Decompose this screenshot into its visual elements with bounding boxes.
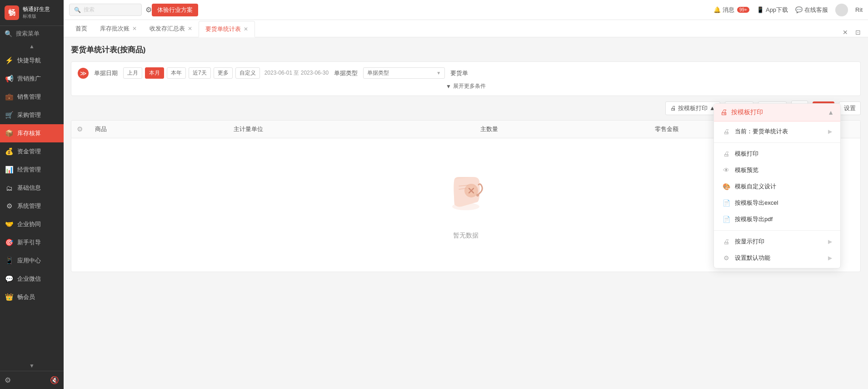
sidebar-item-system[interactable]: ⚙ 系统管理	[0, 197, 64, 215]
print-template-dropdown: 🖨 按模板打印 ▲ 🖨 当前：要货单统计表 ▶ 🖨 模板打印	[713, 103, 841, 268]
date-btn-current-month[interactable]: 本月	[145, 67, 164, 79]
tab-close-window-btn[interactable]: ✕	[841, 28, 850, 37]
page-content: 要货单统计表(按商品) ≫ 单据日期 上月 本月 本年 近7天 更多 自定义 2…	[64, 37, 868, 389]
empty-text: 暂无数据	[453, 232, 479, 240]
print-icon: 🖨	[670, 105, 676, 111]
sidebar-nav: ⚡ 快捷导航 📢 营销推广 💼 销售管理 🛒 采购管理 📦 库存核算 💰 资金管…	[0, 51, 64, 361]
dropdown-template-design[interactable]: 🎨 模板自定义设计	[714, 178, 840, 195]
sidebar-item-collab[interactable]: 🤝 企业协同	[0, 215, 64, 233]
filter-row: ≫ 单据日期 上月 本月 本年 近7天 更多 自定义 2023-06-01 至 …	[78, 67, 854, 79]
notifications-btn[interactable]: 🔔 消息 99+	[713, 6, 749, 14]
finance-icon: 💰	[5, 147, 14, 156]
marketing-icon: 📢	[5, 75, 14, 83]
dropdown-set-default[interactable]: ⚙ 设置默认功能 ▶	[714, 250, 840, 266]
current-template-icon: 🖨	[722, 128, 730, 135]
sidebar-item-sales[interactable]: 💼 销售管理	[0, 88, 64, 106]
dropdown-template-preview[interactable]: 👁 模板预览	[714, 162, 840, 178]
system-icon: ⚙	[5, 202, 14, 210]
tab-close-order-stats[interactable]: ✕	[244, 26, 248, 32]
header-search-box[interactable]: 🔍 搜索	[69, 4, 142, 16]
sidebar-item-wechat[interactable]: 💬 企业微信	[0, 270, 64, 288]
display-print-arrow-icon: ▶	[828, 238, 832, 245]
tab-order-stats[interactable]: 要货单统计表 ✕	[199, 21, 255, 37]
svg-point-5	[476, 194, 479, 197]
table-gear-icon[interactable]: ⚙	[77, 125, 83, 133]
sidebar-item-guide[interactable]: 🎯 新手引导	[0, 233, 64, 252]
basic-icon: 🗂	[5, 184, 14, 192]
mute-icon[interactable]: 🔇	[50, 376, 59, 384]
dropdown-current-template[interactable]: 🖨 当前：要货单统计表 ▶	[714, 123, 840, 140]
tab-close-receipt-summary[interactable]: ✕	[188, 25, 192, 32]
col-unit: 主计量单位	[228, 121, 475, 138]
header: 🔍 搜索 ⚙ 体验行业方案 🔔 消息 99+ 📱 App下载 💬 在线客服 Ri…	[64, 0, 868, 20]
export-excel-icon: 📄	[722, 199, 730, 207]
tab-close-inventory-batch[interactable]: ✕	[132, 25, 137, 32]
date-btn-more[interactable]: 更多	[214, 67, 233, 79]
sidebar-item-marketing[interactable]: 📢 营销推广	[0, 70, 64, 88]
dropdown-print-icon: 🖨	[720, 108, 728, 116]
date-btn-7days[interactable]: 近7天	[189, 67, 211, 79]
template-design-icon: 🎨	[722, 183, 730, 190]
member-icon: 👑	[5, 293, 14, 301]
settings-btn[interactable]: 设置	[839, 101, 861, 115]
tabs-bar: 首页 库存批次账 ✕ 收发存汇总表 ✕ 要货单统计表 ✕ ✕ ⊡	[64, 20, 868, 37]
sidebar-item-member[interactable]: 👑 畅会员	[0, 288, 64, 306]
dropdown-display-print[interactable]: 🖨 按显示打印 ▶	[714, 233, 840, 250]
dropdown-export-pdf[interactable]: 📄 按模板导出pdf	[714, 211, 840, 227]
dropdown-section-actions: 🖨 模板打印 👁 模板预览 🎨 模板自定义设计 📄 按模板导出excel 📄	[714, 144, 840, 229]
set-default-arrow-icon: ▶	[828, 255, 832, 261]
dropdown-header: 🖨 按模板打印 ▲	[714, 104, 840, 121]
sidebar-item-appstore[interactable]: 📱 应用中心	[0, 252, 64, 270]
header-nav-right: 🔔 消息 99+ 📱 App下载 💬 在线客服 Rit	[713, 4, 863, 16]
tab-home[interactable]: 首页	[69, 20, 94, 37]
settings-icon[interactable]: ⚙	[5, 376, 11, 384]
dropdown-template-print[interactable]: 🖨 模板打印	[714, 146, 840, 162]
expand-more-btn[interactable]: ▼ 展开更多条件	[78, 82, 854, 90]
sidebar-item-quick-nav[interactable]: ⚡ 快捷导航	[0, 51, 64, 70]
tab-receipt-summary[interactable]: 收发存汇总表 ✕	[143, 20, 199, 37]
purchase-icon: 🛒	[5, 111, 14, 119]
header-search-icon: 🔍	[74, 7, 81, 13]
appstore-icon: 📱	[5, 257, 14, 265]
sidebar-item-basic[interactable]: 🗂 基础信息	[0, 179, 64, 197]
date-btn-custom[interactable]: 自定义	[235, 67, 260, 79]
col-product: 商品	[90, 121, 228, 138]
sidebar-item-finance[interactable]: 💰 资金管理	[0, 142, 64, 161]
dropdown-collapse-btn[interactable]: ▲	[828, 109, 834, 116]
display-print-icon: 🖨	[722, 238, 730, 245]
header-gear-icon[interactable]: ⚙	[145, 5, 152, 14]
sidebar-item-purchase[interactable]: 🛒 采购管理	[0, 106, 64, 124]
order-goods-label: 要货单	[450, 69, 468, 77]
sidebar-item-operation[interactable]: 📊 经营管理	[0, 161, 64, 179]
filter-date-group: 上月 本月 本年 近7天 更多 自定义 2023-06-01 至 2023-06…	[123, 67, 329, 79]
date-btn-current-year[interactable]: 本年	[167, 67, 186, 79]
tab-inventory-batch[interactable]: 库存批次账 ✕	[94, 20, 143, 37]
tab-maximize-window-btn[interactable]: ⊡	[853, 28, 863, 37]
template-preview-icon: 👁	[722, 167, 730, 174]
industry-btn[interactable]: 体验行业方案	[152, 4, 198, 16]
sidebar-scroll-up[interactable]: ▲	[0, 41, 64, 51]
online-service-btn[interactable]: 💬 在线客服	[795, 6, 828, 14]
order-type-select[interactable]: 单据类型 ▼	[363, 67, 445, 79]
app-download-btn[interactable]: 📱 App下载	[757, 6, 788, 14]
wechat-icon: 💬	[5, 275, 14, 283]
col-settings[interactable]: ⚙	[71, 121, 90, 138]
order-type-label: 单据类型	[334, 69, 358, 77]
tabs-window-controls: ✕ ⊡	[841, 28, 863, 37]
online-service-icon: 💬	[795, 6, 803, 13]
sidebar-item-inventory[interactable]: 📦 库存核算	[0, 124, 64, 142]
order-type-arrow-icon: ▼	[436, 71, 441, 76]
sidebar-scroll-down[interactable]: ▼	[0, 361, 64, 371]
logo-text: 畅通好生意 标准版	[23, 6, 50, 20]
inventory-icon: 📦	[5, 129, 14, 137]
dropdown-section-current: 🖨 当前：要货单统计表 ▶	[714, 121, 840, 141]
sidebar-search[interactable]: 🔍 搜索菜单	[0, 26, 64, 41]
print-template-btn[interactable]: 🖨 按模板打印 ▲	[665, 101, 720, 115]
avatar[interactable]	[835, 4, 848, 16]
dropdown-export-excel[interactable]: 📄 按模板导出excel	[714, 195, 840, 211]
quick-nav-icon: ⚡	[5, 56, 14, 65]
empty-icon	[443, 170, 489, 224]
filter-expand-icon[interactable]: ≫	[78, 68, 89, 79]
filter-bar: ≫ 单据日期 上月 本月 本年 近7天 更多 自定义 2023-06-01 至 …	[71, 61, 861, 96]
date-btn-prev-month[interactable]: 上月	[123, 67, 142, 79]
